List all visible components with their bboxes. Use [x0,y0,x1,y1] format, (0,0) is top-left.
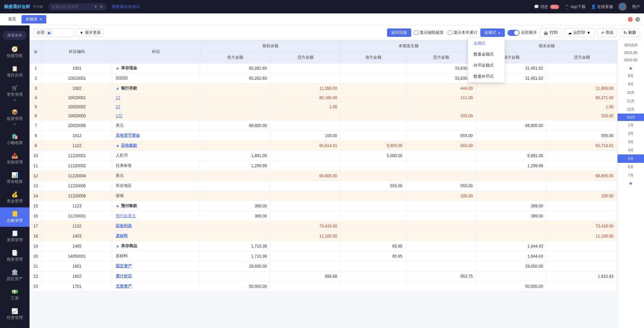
toolbar: 全部 ▶ ▼ 展开更多 退回旧版 显示辅助核算 显示本年累计 [30,25,644,40]
sidebar-item-salary[interactable]: 💵 工资 [0,285,30,305]
date-nav-down[interactable]: ▼ [627,180,635,188]
date-10[interactable]: 10月 [618,88,644,97]
online-service-btn[interactable]: 👤 在线客服 [591,4,613,10]
cell-opening-credit [270,112,341,121]
cell-closing-debit [476,231,547,241]
sidebar-item-tax[interactable]: 📑 税务管理 [0,246,30,266]
cell-current-credit [406,221,476,231]
date-12[interactable]: 12月 [618,105,644,114]
tab-yue-e-biao[interactable]: 余额表 ✕ [21,15,46,23]
demo-link[interactable]: 我要看实例演示 [112,4,140,10]
app-download-btn[interactable]: 📱 App下载 [565,4,586,10]
cell-subject[interactable]: 122 [112,112,200,121]
cell-no: 13 [30,181,42,191]
cell-closing-debit [476,191,547,201]
sidebar-search[interactable]: 搜索菜单 [3,31,27,40]
sidebar-item-assets[interactable]: 🏛️ 固定资产 [0,266,30,285]
expand-btn[interactable]: ▼ 展开更多 [76,28,104,37]
sidebar-item-purchase[interactable]: 📥 采购管理 [0,149,30,169]
cell-current-debit: 5,000.00 [341,151,406,161]
date-1[interactable]: 1月 [618,121,644,129]
tab-close-icon[interactable]: ✕ [40,17,42,21]
return-old-version-btn[interactable]: 退回旧版 [387,28,411,37]
table-wrapper: ⚙ 科目编码 科目 期初余额 本期发生额 期末余额 借方金额 贷方金额 借方金额… [30,40,617,328]
cell-opening-debit [200,191,270,201]
mode-item-qty-amount[interactable]: 数量金额式 [468,49,504,60]
cell-opening-debit [200,93,270,103]
cell-opening-credit: 80,160.00 [270,93,341,103]
cell-no: 7 [30,121,42,131]
sidebar-item-quick-nav[interactable]: 🧭 快捷导航 [0,43,30,62]
search-arrow-btn[interactable]: ▶ [46,30,53,36]
table-row: 181403原材料11,100.0011,100.00 [30,231,617,241]
date-nav-up[interactable]: ▲ [627,64,635,72]
cell-opening-debit [200,131,270,141]
mode-item-qty-fx[interactable]: 数量外币式 [468,71,504,82]
table-row: 221602累计折旧956.68953.751,910.43 [30,271,617,281]
cell-subject[interactable]: 累计折旧 [112,271,200,281]
cell-current-debit [341,231,406,241]
date-4[interactable]: 4月 [618,146,644,154]
cell-subject[interactable]: 12 [112,93,200,103]
show-assist-checkbox[interactable]: 显示辅助核算 [414,30,444,36]
settings-icon[interactable]: ⚙ [100,5,103,9]
cloud-print-btn[interactable]: ☁ 云打印 ▼ [564,28,594,37]
dropdown-icon[interactable]: ▼ [94,5,98,9]
cell-subject[interactable]: 应收利息 [112,221,200,231]
cell-closing-credit [547,281,617,291]
sidebar-item-inventory[interactable]: 📊 库存核算 [0,169,30,188]
mode-item-fx-amount[interactable]: 外币金额式 [468,60,504,71]
date-8[interactable]: 8月 [618,72,644,80]
toggle-switch[interactable] [507,30,520,36]
sidebar-item-retail[interactable]: 🛒 零售管理 ▼ [0,81,30,106]
tab-home[interactable]: 首页 [4,15,20,23]
cell-subject[interactable]: 23 [112,103,200,112]
cell-current-debit [341,73,406,83]
all-label: 全部 [37,30,45,36]
sidebar-item-wholesale[interactable]: 📦 批发管理 ▼ [0,106,30,130]
th-settings[interactable]: ⚙ [30,41,42,63]
mode-btn[interactable]: 金额式 ∧ [480,28,505,37]
window-close-btn[interactable]: ✕ [628,17,633,22]
sidebar-item-expense[interactable]: 🔖 小畅报销 [0,324,30,328]
sidebar-item-project[interactable]: 📋 项目合同 [0,62,30,81]
export-btn[interactable]: ↗ 导出 [597,28,617,37]
date-2[interactable]: 2月 [618,129,644,138]
table-row: 191405▲库存商品1,710.3865.951,644.43 [30,241,617,251]
date-2023-05-2[interactable]: 2023.05 [618,56,644,64]
message-btn[interactable]: 💬 消息 99+ [534,4,559,10]
cell-subject[interactable]: 原材料 [112,231,200,241]
sidebar-item-ecommerce[interactable]: 🛍️ 小畅电商 [0,130,30,149]
cell-subject[interactable]: 其他货币资金 [112,131,200,141]
tax-icon: 📑 [1,250,28,256]
show-ytd-checkbox[interactable]: 显示本年累计 [448,30,478,36]
date-2023[interactable]: 2023 [618,114,644,121]
mode-item-amount[interactable]: 金额式 [468,38,504,49]
sidebar-item-fund[interactable]: 💰 资金管理 [0,188,30,207]
user-avatar[interactable]: 👤 [619,3,627,11]
sidebar-item-operations[interactable]: 📈 经营管理 [0,305,30,324]
date-3[interactable]: 3月 [618,138,644,146]
sidebar-item-invoice[interactable]: 🧾 发票管理 [0,227,30,246]
th-current: 本期发生额 [341,41,476,52]
date-9[interactable]: 9月 [618,80,644,88]
cell-subject[interactable]: ▲应收账款 [112,141,200,151]
cell-opening-credit: 100.00 [270,131,341,141]
cell-code: 11220001 [42,151,112,161]
window-min-btn[interactable]: — [635,17,640,22]
date-7[interactable]: 7月 [618,171,644,180]
date-2023-05[interactable]: 2023.05 [618,49,644,56]
cell-opening-debit [200,271,270,281]
cell-subject[interactable]: 固定资产 [112,261,200,271]
print-btn[interactable]: 🖨️ 打印 [540,28,561,37]
cell-current-credit [406,211,476,221]
cell-subject[interactable]: 预付款美元 [112,211,200,221]
sidebar-item-ledger[interactable]: 📒 总账管理 [0,207,30,227]
search-bar[interactable]: 搜索功能/报表等 ▼ ⚙ [48,3,106,10]
cell-subject[interactable]: 无形资产 [112,281,200,291]
date-11[interactable]: 11月 [618,97,644,105]
date-5-active[interactable]: 5月 [618,154,644,163]
date-6[interactable]: 6月 [618,163,644,171]
cell-opening-credit: 956.68 [270,271,341,281]
refresh-btn[interactable]: ↻ 刷新 [620,28,640,37]
